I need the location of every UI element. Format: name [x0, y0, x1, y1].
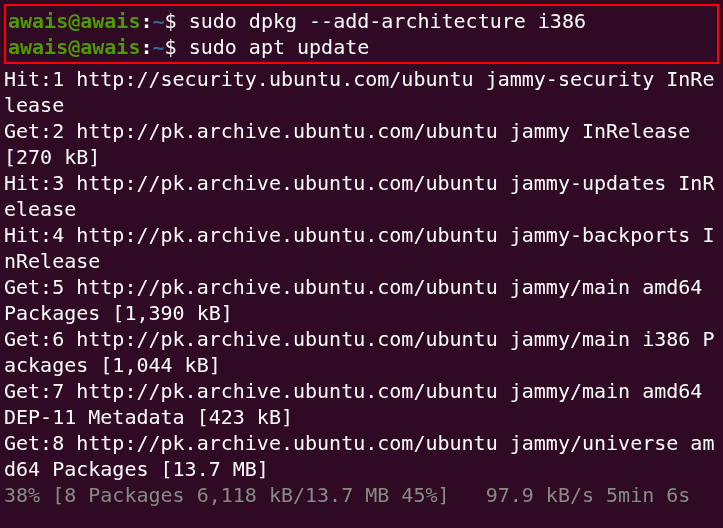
- apt-progress-line: 38% [8 Packages 6,118 kB/13.7 MB 45%] 97…: [4, 482, 719, 508]
- apt-output-line-3: Hit:3 http://pk.archive.ubuntu.com/ubunt…: [4, 170, 719, 222]
- apt-output-line-8: Get:8 http://pk.archive.ubuntu.com/ubunt…: [4, 430, 719, 482]
- prompt-colon: :: [140, 9, 152, 33]
- command-line-1[interactable]: awais@awais:~$ sudo dpkg --add-architect…: [8, 8, 715, 34]
- progress-left: 38% [8 Packages 6,118 kB/13.7 MB 45%]: [4, 483, 450, 507]
- prompt-dollar: $: [165, 9, 189, 33]
- progress-right: 97.9 kB/s 5min 6s: [486, 483, 691, 507]
- apt-output-line-7: Get:7 http://pk.archive.ubuntu.com/ubunt…: [4, 378, 719, 430]
- apt-output-line-2: Get:2 http://pk.archive.ubuntu.com/ubunt…: [4, 118, 719, 170]
- apt-output-line-1: Hit:1 http://security.ubuntu.com/ubuntu …: [4, 66, 719, 118]
- apt-output-line-6: Get:6 http://pk.archive.ubuntu.com/ubunt…: [4, 326, 719, 378]
- prompt-path: ~: [153, 35, 165, 59]
- apt-output-line-5: Get:5 http://pk.archive.ubuntu.com/ubunt…: [4, 274, 719, 326]
- highlighted-commands: awais@awais:~$ sudo dpkg --add-architect…: [4, 4, 719, 64]
- prompt-user-host: awais@awais: [8, 9, 140, 33]
- progress-spacer: [450, 483, 486, 507]
- command-text-1: sudo dpkg --add-architecture i386: [189, 9, 586, 33]
- command-text-2: sudo apt update: [189, 35, 370, 59]
- prompt-path: ~: [153, 9, 165, 33]
- prompt-colon: :: [140, 35, 152, 59]
- apt-output-line-4: Hit:4 http://pk.archive.ubuntu.com/ubunt…: [4, 222, 719, 274]
- command-line-2[interactable]: awais@awais:~$ sudo apt update: [8, 34, 715, 60]
- prompt-dollar: $: [165, 35, 189, 59]
- prompt-user-host: awais@awais: [8, 35, 140, 59]
